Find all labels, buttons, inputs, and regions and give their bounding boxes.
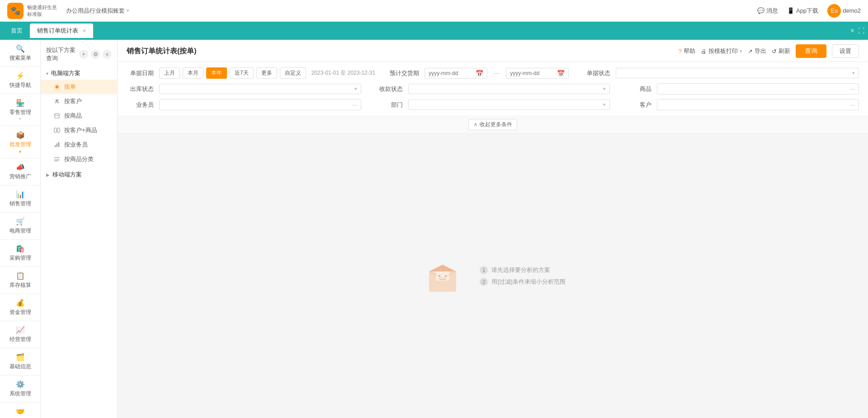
svg-rect-7: [57, 128, 60, 133]
hint-num-1: 1: [480, 266, 488, 274]
scheme-section-pc-title[interactable]: ▾ 电脑端方案: [41, 67, 117, 80]
tab-close-icon[interactable]: ×: [83, 28, 86, 34]
message-btn[interactable]: 💬 消息: [757, 7, 778, 15]
page-title-row: 销售订单统计表(按单) ? 帮助 🖨 按模板打印 ▾ ↗ 导出: [127, 44, 859, 62]
salesperson-select[interactable]: ···: [159, 99, 361, 110]
print-btn[interactable]: 🖨 按模板打印 ▾: [701, 47, 742, 55]
svg-point-1: [56, 86, 58, 88]
sidebar-item-system[interactable]: ⚙️ 系统管理: [0, 375, 40, 403]
tab-home[interactable]: 首页: [4, 24, 30, 38]
sidebar-item-enterprise[interactable]: 🤝 企业协同: [0, 403, 40, 418]
status-label: 单据状态: [583, 69, 610, 77]
empty-hint-1: 1 请先选择要分析的方案: [480, 266, 565, 274]
salesperson-ellipsis[interactable]: ···: [352, 101, 357, 108]
svg-point-3: [56, 100, 58, 101]
user-profile[interactable]: Ea demo2: [827, 4, 861, 18]
expected-date-start-input[interactable]: [429, 70, 474, 76]
scheme-item-按商品[interactable]: 按商品: [41, 109, 117, 123]
help-btn[interactable]: ? 帮助: [679, 47, 695, 55]
btn-this-month[interactable]: 本月: [183, 67, 203, 79]
export-btn[interactable]: ↗ 导出: [748, 47, 766, 55]
scheme-section-mobile-title[interactable]: ▶ 移动端方案: [41, 168, 117, 181]
sidebar-item-purchase[interactable]: 🛍️ 采购管理: [0, 240, 40, 267]
collection-status-select[interactable]: ▾: [408, 84, 610, 94]
settings-button[interactable]: 设置: [832, 44, 859, 58]
calendar-start-icon: 📅: [476, 70, 483, 77]
sidebar-item-quick-nav[interactable]: ⚡ 快捷导航: [0, 67, 40, 94]
svg-rect-9: [57, 143, 57, 147]
btn-last-7[interactable]: 近7天: [230, 67, 254, 79]
scheme-item-按客户商品[interactable]: 按客户+商品: [41, 123, 117, 138]
scheme-item-icon-按商品: [53, 112, 61, 119]
empty-hint-2: 2 用[过滤]条件来缩小分析范围: [480, 278, 565, 286]
btn-prev-month[interactable]: 上月: [159, 67, 180, 79]
goods-select[interactable]: ···: [657, 83, 859, 95]
department-select[interactable]: ▾: [408, 100, 610, 110]
refresh-icon: ↺: [772, 48, 777, 55]
sidebar-item-finance[interactable]: 💰 资金管理: [0, 294, 40, 321]
window-close-icon[interactable]: ×: [850, 27, 854, 35]
sidebar-item-operation[interactable]: 📈 经营管理: [0, 321, 40, 348]
sidebar-item-basic[interactable]: 🗂️ 基础信息: [0, 348, 40, 375]
query-button[interactable]: 查询: [796, 44, 826, 58]
sidebar-item-ecommerce[interactable]: 🛒 电商管理: [0, 213, 40, 240]
status-select[interactable]: ▾: [616, 68, 859, 78]
scheme-collapse-btn[interactable]: «: [103, 50, 112, 59]
scheme-actions: + ⚙ «: [79, 50, 112, 59]
window-title[interactable]: 办公用品行业模拟账套 ▾: [66, 7, 129, 15]
scheme-item-icon-按单: [53, 83, 61, 90]
department-label: 部门: [376, 101, 403, 109]
goods-ellipsis[interactable]: ···: [850, 86, 855, 92]
svg-point-19: [445, 275, 447, 277]
logo-text: 畅捷通好生意 标准版: [27, 4, 57, 17]
scheme-item-按单[interactable]: 按单: [41, 80, 117, 94]
avatar: Ea: [827, 4, 841, 18]
scheme-add-btn[interactable]: +: [79, 50, 88, 59]
maximize-icon[interactable]: ⛶: [858, 27, 864, 34]
expected-date-start[interactable]: 📅: [425, 68, 487, 79]
tab-sales-stats[interactable]: 销售订单统计表 ×: [30, 24, 93, 38]
refresh-btn[interactable]: ↺ 刷新: [772, 47, 790, 55]
expected-date-label: 预计交货期: [390, 69, 419, 77]
print-chevron: ▾: [740, 48, 742, 54]
empty-content: 1 请先选择要分析的方案 2 用[过滤]条件来缩小分析范围: [420, 253, 565, 299]
sidebar-item-retail[interactable]: 🏪 零售管理 ▾: [0, 94, 40, 126]
expected-date-end-input[interactable]: [510, 70, 555, 76]
app-download-btn[interactable]: 📱 App下载: [787, 7, 818, 15]
main-layout: 🔍 搜索菜单 ⚡ 快捷导航 🏪 零售管理 ▾ 📦 批发管理 ▴ 📣 营销推广 📊…: [0, 40, 868, 418]
scheme-settings-btn[interactable]: ⚙: [91, 50, 100, 59]
out-status-select[interactable]: ▾: [159, 84, 361, 94]
scheme-section-pc: ▾ 电脑端方案 按单 按客户 按商品: [41, 67, 117, 166]
wholesale-icon: 📦: [16, 131, 25, 139]
message-icon: 💬: [757, 7, 764, 14]
scheme-item-icon-按客户商品: [53, 127, 61, 134]
scheme-item-按客户[interactable]: 按客户: [41, 94, 117, 109]
scheme-section-mobile: ▶ 移动端方案: [41, 168, 117, 181]
sidebar-item-marketing[interactable]: 📣 营销推广: [0, 158, 40, 185]
sidebar-item-inventory[interactable]: 📋 库存核算: [0, 267, 40, 294]
svg-rect-4: [55, 114, 59, 118]
scheme-item-按商品分类[interactable]: 按商品分类: [41, 152, 117, 166]
enterprise-icon: 🤝: [16, 407, 25, 416]
help-icon: ?: [679, 48, 682, 55]
sidebar-item-search-menu[interactable]: 🔍 搜索菜单: [0, 40, 40, 67]
collapse-btn[interactable]: ∧ 收起更多条件: [468, 119, 517, 130]
scheme-item-按业务员[interactable]: 按业务员: [41, 138, 117, 152]
btn-more[interactable]: 更多: [256, 67, 277, 79]
btn-this-year[interactable]: 本年: [206, 67, 227, 79]
expected-date-end[interactable]: 📅: [506, 68, 569, 79]
svg-rect-8: [55, 145, 56, 147]
sidebar-item-wholesale[interactable]: 📦 批发管理 ▴: [0, 126, 40, 158]
customer-select[interactable]: ···: [657, 99, 859, 110]
marketing-icon: 📣: [16, 163, 25, 171]
sidebar-item-sales[interactable]: 📊 销售管理: [0, 185, 40, 213]
empty-illustration: [420, 253, 465, 299]
dept-chevron: ▾: [603, 102, 606, 108]
svg-point-18: [439, 275, 440, 277]
date-range-text: 2023-01-01 至 2023-12-31: [311, 69, 375, 77]
customer-ellipsis[interactable]: ···: [850, 101, 855, 108]
btn-custom[interactable]: 自定义: [280, 67, 306, 79]
sidebar: 🔍 搜索菜单 ⚡ 快捷导航 🏪 零售管理 ▾ 📦 批发管理 ▴ 📣 营销推广 📊…: [0, 40, 41, 418]
print-icon: 🖨: [701, 48, 707, 55]
download-icon: 📱: [787, 7, 794, 14]
